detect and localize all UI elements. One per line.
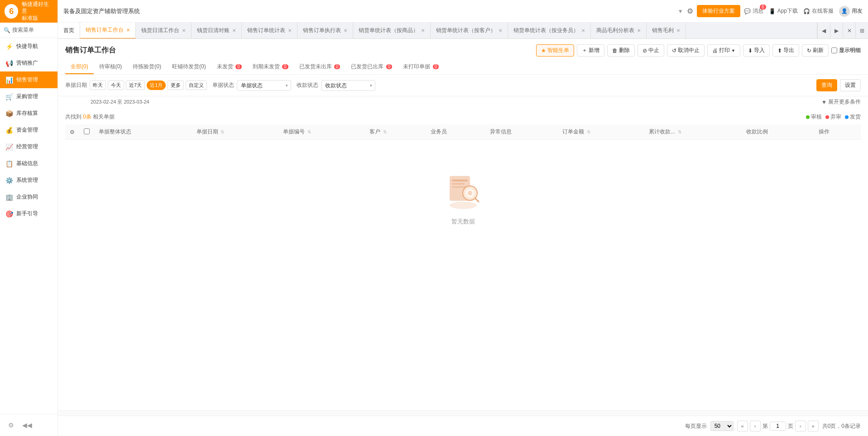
tab-sales-summary-staff[interactable]: 销货单统计表（按业务员） ✕ bbox=[508, 23, 591, 39]
date-btn-today[interactable]: 今天 bbox=[108, 81, 124, 90]
page-input[interactable] bbox=[770, 422, 786, 431]
tab-home[interactable]: 首页 bbox=[58, 23, 80, 39]
sidebar-item-enterprise[interactable]: 🏢 企业协同 bbox=[0, 189, 58, 205]
tab-close-all-btn[interactable]: ✕ bbox=[843, 23, 855, 39]
import-btn[interactable]: ⬇ 导入 bbox=[743, 44, 770, 57]
sidebar-item-basic[interactable]: 📋 基础信息 bbox=[0, 155, 58, 172]
sidebar-item-system[interactable]: ⚙️ 系统管理 bbox=[0, 172, 58, 189]
print-btn[interactable]: 🖨 打印 ▼ bbox=[707, 44, 740, 57]
sub-tab-pending-review[interactable]: 待审核(0) bbox=[94, 60, 128, 74]
delete-btn[interactable]: 🗑 删除 bbox=[607, 44, 635, 57]
tab-close-sales-profit[interactable]: ✕ bbox=[676, 28, 680, 33]
tab-expand-btn[interactable]: ⊞ bbox=[855, 23, 868, 39]
settings-icon[interactable]: ⚙ bbox=[687, 7, 693, 15]
col-date[interactable]: 单据日期 ⇅ bbox=[192, 124, 278, 140]
stop-btn[interactable]: ⊘ 中止 bbox=[638, 44, 664, 57]
tab-sales-workbench[interactable]: 销售订单工作台 ✕ bbox=[80, 23, 136, 39]
col-customer[interactable]: 客户 ⇅ bbox=[365, 124, 426, 140]
tab-prev-btn[interactable]: ◀ bbox=[817, 23, 830, 39]
tab-close-summary-product[interactable]: ✕ bbox=[421, 28, 425, 33]
sidebar-item-finance[interactable]: 💰 资金管理 bbox=[0, 122, 58, 138]
sub-tab-not-shipped[interactable]: 未发货 0 bbox=[211, 60, 247, 74]
sub-tab-not-printed[interactable]: 未打印单据 0 bbox=[398, 60, 444, 74]
add-btn[interactable]: ＋ 新增 bbox=[577, 44, 604, 57]
sub-tab-shipped-out[interactable]: 已发货已出库 0 bbox=[345, 60, 398, 74]
tab-sales-summary-customer-label: 销货单统计表（按客户） bbox=[436, 27, 496, 34]
refresh-btn[interactable]: ↻ 刷新 bbox=[802, 44, 829, 57]
tab-sales-summary-product[interactable]: 销货单统计表（按商品） ✕ bbox=[353, 23, 431, 39]
smart-gen-btn[interactable]: ★ 智能生单 bbox=[536, 44, 574, 57]
tab-sales-profit[interactable]: 销售毛利 ✕ bbox=[647, 23, 686, 39]
main-table: ⚙ 单据整体状态 单据日期 ⇅ 单据编号 ⇅ bbox=[65, 124, 861, 140]
sidebar-item-quick-nav[interactable]: ⚡ 快捷导航 bbox=[0, 38, 58, 55]
review-op-btn[interactable]: 审核 bbox=[806, 113, 822, 121]
col-gear[interactable]: ⚙ bbox=[65, 124, 79, 140]
dropdown-icon[interactable]: ▼ bbox=[678, 8, 683, 14]
date-btn-7days[interactable]: 近7天 bbox=[126, 81, 145, 90]
sub-tab-pending-inspect[interactable]: 待拣验货(0) bbox=[127, 60, 167, 74]
tab-sales-summary-customer[interactable]: 销货单统计表（按客户） ✕ bbox=[431, 23, 508, 39]
show-detail-label[interactable]: 显示明细 bbox=[831, 47, 861, 54]
sidebar-search[interactable]: 🔍 搜索菜单 bbox=[0, 23, 58, 38]
tab-margin[interactable]: 商品毛利分析表 ✕ bbox=[591, 23, 647, 39]
sub-tab-all[interactable]: 全部(0) bbox=[65, 60, 94, 74]
tab-close-cash-reconcile[interactable]: ✕ bbox=[232, 28, 236, 33]
tab-cash-daily[interactable]: 钱货日清工作台 ✕ bbox=[136, 23, 192, 39]
tab-cash-reconcile[interactable]: 钱货日清对账 ✕ bbox=[192, 23, 242, 39]
app-download-btn[interactable]: 📱 App下载 bbox=[769, 7, 798, 15]
tab-sales-stat[interactable]: 销售订单统计表 ✕ bbox=[242, 23, 297, 39]
page-last-btn[interactable]: » bbox=[808, 421, 819, 431]
page-first-btn[interactable]: « bbox=[737, 421, 748, 431]
tab-close-cash-daily[interactable]: ✕ bbox=[182, 28, 186, 33]
horizontal-scrollbar[interactable] bbox=[58, 410, 868, 416]
col-collected[interactable]: 累计收款... ⇅ bbox=[644, 124, 742, 140]
select-all-checkbox[interactable] bbox=[84, 128, 90, 134]
page-next-btn[interactable]: › bbox=[795, 421, 806, 431]
export-btn[interactable]: ⬆ 导出 bbox=[772, 44, 799, 57]
tab-sales-exec[interactable]: 销售订单执行表 ✕ bbox=[297, 23, 353, 39]
sidebar-item-purchase[interactable]: 🛒 采购管理 bbox=[0, 88, 58, 105]
date-btn-custom[interactable]: 自定义 bbox=[186, 81, 207, 90]
sidebar-item-operation[interactable]: 📈 经营管理 bbox=[0, 138, 58, 155]
sidebar-item-sales[interactable]: 📊 销售管理 bbox=[0, 71, 58, 88]
export-icon: ⬆ bbox=[777, 47, 782, 54]
tab-close-sales-workbench[interactable]: ✕ bbox=[126, 28, 130, 33]
sub-tab-expired-not-shipped[interactable]: 到期未发货 0 bbox=[247, 60, 294, 74]
tab-close-sales-exec[interactable]: ✕ bbox=[344, 28, 347, 33]
sidebar-item-inventory[interactable]: 📦 库存核算 bbox=[0, 105, 58, 122]
date-btn-1month[interactable]: 近1月 bbox=[147, 81, 166, 90]
message-btn[interactable]: 💬 消息 6 bbox=[744, 7, 763, 15]
ship-op-btn[interactable]: 发货 bbox=[845, 113, 861, 121]
tab-close-margin[interactable]: ✕ bbox=[637, 28, 641, 33]
expand-conditions-btn[interactable]: ▼ 展开更多条件 bbox=[821, 98, 861, 106]
sub-tab-pending-review-label: 待审核(0) bbox=[99, 63, 122, 70]
query-btn[interactable]: 查询 bbox=[816, 79, 837, 91]
sub-tab-wangpu[interactable]: 旺铺待发货(0) bbox=[167, 60, 211, 74]
tab-close-summary-staff[interactable]: ✕ bbox=[581, 28, 585, 33]
page-size-select[interactable]: 50 20 100 bbox=[710, 421, 734, 431]
sidebar-item-guide[interactable]: 🎯 新手引导 bbox=[0, 205, 58, 222]
show-detail-checkbox[interactable] bbox=[831, 47, 837, 53]
sub-tab-shipped-not-out[interactable]: 已发货未出库 0 bbox=[294, 60, 346, 74]
date-btn-more[interactable]: 更多 bbox=[168, 81, 184, 90]
collapse-btn[interactable]: ◀◀ bbox=[21, 419, 34, 431]
date-btn-yesterday[interactable]: 昨天 bbox=[90, 81, 106, 90]
col-amount[interactable]: 订单金额 ⇅ bbox=[558, 124, 644, 140]
sub-tab-shipped-out-label: 已发货已出库 bbox=[351, 63, 384, 70]
cancel-stop-btn[interactable]: ↺ 取消中止 bbox=[667, 44, 705, 57]
settings-bottom-btn[interactable]: ⚙ bbox=[5, 419, 17, 431]
user-area[interactable]: 👤 用友 bbox=[839, 6, 863, 17]
online-service-btn[interactable]: 🎧 在线客服 bbox=[803, 7, 834, 15]
sidebar-item-marketing[interactable]: 📢 营销推广 bbox=[0, 55, 58, 71]
tab-close-summary-customer[interactable]: ✕ bbox=[499, 28, 502, 33]
page-prev-btn[interactable]: ‹ bbox=[750, 421, 761, 431]
status-select[interactable]: 单据状态 bbox=[237, 80, 291, 91]
not-shipped-badge: 0 bbox=[235, 64, 242, 69]
industry-btn[interactable]: 体验行业方案 bbox=[697, 5, 740, 17]
cancel-review-op-btn[interactable]: 弃审 bbox=[825, 113, 841, 121]
tab-next-btn[interactable]: ▶ bbox=[830, 23, 843, 39]
col-number[interactable]: 单据编号 ⇅ bbox=[278, 124, 365, 140]
settings-btn[interactable]: 设置 bbox=[840, 79, 861, 91]
payment-select[interactable]: 收款状态 bbox=[321, 80, 375, 91]
tab-close-sales-stat[interactable]: ✕ bbox=[288, 28, 292, 33]
